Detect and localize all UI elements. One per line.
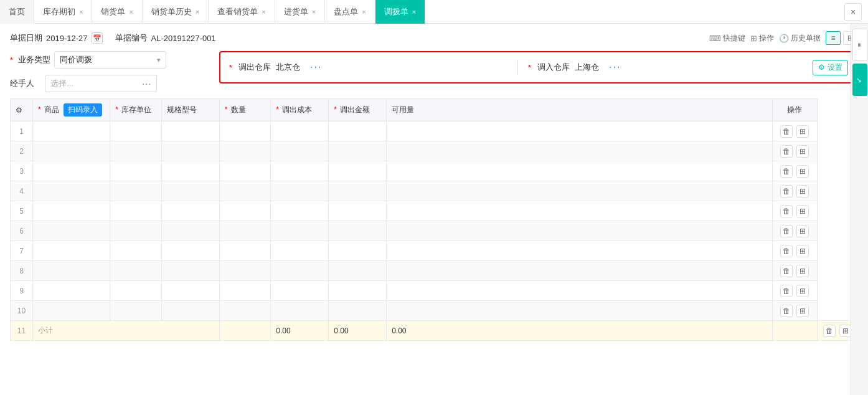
tab-close-stock-init[interactable]: × bbox=[79, 8, 83, 16]
product-cell[interactable] bbox=[33, 201, 110, 221]
delete-icon[interactable]: 🗑 bbox=[780, 265, 793, 277]
available-cell[interactable] bbox=[387, 301, 772, 321]
qty-cell[interactable] bbox=[219, 141, 271, 161]
unit-cell[interactable] bbox=[110, 181, 162, 201]
delete-icon[interactable]: 🗑 bbox=[780, 205, 793, 217]
copy-icon[interactable]: ⊞ bbox=[796, 125, 809, 138]
sidebar-export-button[interactable]: ↗ bbox=[852, 64, 867, 96]
qty-cell[interactable] bbox=[219, 221, 271, 241]
tab-close-stocktake[interactable]: × bbox=[362, 8, 366, 16]
copy-icon[interactable]: ⊞ bbox=[796, 185, 809, 198]
tab-sales-order[interactable]: 销货单 × bbox=[92, 0, 142, 24]
copy-icon[interactable]: ⊞ bbox=[796, 205, 809, 217]
copy-icon[interactable]: ⊞ bbox=[796, 145, 809, 158]
tab-close-view-sales[interactable]: × bbox=[262, 8, 265, 16]
available-cell[interactable] bbox=[387, 201, 772, 221]
unit-cell[interactable] bbox=[110, 201, 162, 221]
available-cell[interactable] bbox=[387, 161, 772, 181]
delete-icon[interactable]: 🗑 bbox=[780, 285, 793, 297]
tab-sales-history[interactable]: 销货单历史 × bbox=[143, 0, 209, 24]
available-cell[interactable] bbox=[387, 221, 772, 241]
product-cell[interactable] bbox=[33, 181, 110, 201]
tab-transfer[interactable]: 调拨单 × bbox=[375, 0, 425, 24]
copy-icon[interactable]: ⊞ bbox=[796, 165, 809, 178]
qty-cell[interactable] bbox=[219, 241, 271, 261]
tab-stock-init[interactable]: 库存期初 × bbox=[34, 0, 92, 24]
calendar-icon[interactable]: 📅 bbox=[92, 32, 103, 44]
product-cell[interactable] bbox=[33, 241, 110, 261]
copy-icon[interactable]: ⊞ bbox=[796, 225, 809, 237]
business-type-select[interactable]: 同价调拨 ▾ bbox=[54, 51, 166, 69]
delete-icon[interactable]: 🗑 bbox=[780, 125, 793, 138]
qty-cell[interactable] bbox=[219, 121, 271, 141]
unit-cell[interactable] bbox=[110, 281, 162, 301]
amount-cell[interactable] bbox=[329, 221, 387, 241]
product-cell[interactable] bbox=[33, 261, 110, 281]
amount-cell[interactable] bbox=[329, 261, 387, 281]
copy-icon[interactable]: ⊞ bbox=[796, 245, 809, 257]
delete-icon[interactable]: 🗑 bbox=[823, 325, 836, 337]
available-cell[interactable] bbox=[387, 261, 772, 281]
product-cell[interactable] bbox=[33, 221, 110, 241]
history-button[interactable]: 🕐 历史单据 bbox=[779, 33, 821, 44]
product-cell[interactable] bbox=[33, 141, 110, 161]
settings-button[interactable]: ⚙ 设置 bbox=[813, 60, 848, 75]
tab-stocktake[interactable]: 盘点单 × bbox=[325, 0, 375, 24]
tab-close-purchase[interactable]: × bbox=[312, 8, 316, 16]
product-cell[interactable] bbox=[33, 281, 110, 301]
window-close-button[interactable]: × bbox=[844, 3, 862, 21]
tab-home[interactable]: 首页 bbox=[0, 0, 34, 24]
cost-cell[interactable] bbox=[271, 201, 329, 221]
cost-cell[interactable] bbox=[271, 241, 329, 261]
amount-cell[interactable] bbox=[329, 281, 387, 301]
unit-cell[interactable] bbox=[110, 301, 162, 321]
table-wrapper[interactable]: ⚙ * 商品 扫码录入 * 库存单位 规格型号 * bbox=[10, 98, 858, 341]
cost-cell[interactable] bbox=[271, 141, 329, 161]
cost-cell[interactable] bbox=[271, 161, 329, 181]
delete-icon[interactable]: 🗑 bbox=[780, 305, 793, 317]
available-cell[interactable] bbox=[387, 281, 772, 301]
unit-cell[interactable] bbox=[110, 241, 162, 261]
unit-cell[interactable] bbox=[110, 141, 162, 161]
qty-cell[interactable] bbox=[219, 161, 271, 181]
amount-cell[interactable] bbox=[329, 241, 387, 261]
operations-button[interactable]: ⊞ 操作 bbox=[750, 33, 774, 44]
unit-cell[interactable] bbox=[110, 121, 162, 141]
copy-icon[interactable]: ⊞ bbox=[796, 285, 809, 297]
qty-cell[interactable] bbox=[219, 181, 271, 201]
spec-cell[interactable] bbox=[161, 281, 219, 301]
delete-icon[interactable]: 🗑 bbox=[780, 145, 793, 158]
available-cell[interactable] bbox=[387, 141, 772, 161]
amount-cell[interactable] bbox=[329, 301, 387, 321]
unit-cell[interactable] bbox=[110, 261, 162, 281]
available-cell[interactable] bbox=[387, 121, 772, 141]
spec-cell[interactable] bbox=[161, 181, 219, 201]
tab-close-sales-order[interactable]: × bbox=[129, 8, 133, 16]
delete-icon[interactable]: 🗑 bbox=[780, 185, 793, 198]
unit-cell[interactable] bbox=[110, 221, 162, 241]
tab-close-sales-history[interactable]: × bbox=[196, 8, 199, 16]
cost-cell[interactable] bbox=[271, 121, 329, 141]
col-gear[interactable]: ⚙ bbox=[11, 99, 33, 121]
warehouse-out-more-icon[interactable]: ··· bbox=[310, 62, 322, 73]
tab-close-transfer[interactable]: × bbox=[412, 8, 416, 16]
delete-icon[interactable]: 🗑 bbox=[780, 245, 793, 257]
sidebar-list-button[interactable]: ≡ bbox=[852, 29, 867, 61]
available-cell[interactable] bbox=[387, 241, 772, 261]
qty-cell[interactable] bbox=[219, 201, 271, 221]
spec-cell[interactable] bbox=[161, 221, 219, 241]
available-cell[interactable] bbox=[387, 181, 772, 201]
cost-cell[interactable] bbox=[271, 281, 329, 301]
spec-cell[interactable] bbox=[161, 241, 219, 261]
tab-view-sales[interactable]: 查看销货单 × bbox=[209, 0, 275, 24]
qty-cell[interactable] bbox=[219, 301, 271, 321]
product-cell[interactable] bbox=[33, 301, 110, 321]
tab-purchase[interactable]: 进货单 × bbox=[275, 0, 325, 24]
copy-icon[interactable]: ⊞ bbox=[796, 305, 809, 317]
spec-cell[interactable] bbox=[161, 261, 219, 281]
delete-icon[interactable]: 🗑 bbox=[780, 165, 793, 178]
spec-cell[interactable] bbox=[161, 161, 219, 181]
handler-select[interactable]: 选择... ··· bbox=[45, 75, 157, 92]
spec-cell[interactable] bbox=[161, 201, 219, 221]
cost-cell[interactable] bbox=[271, 301, 329, 321]
